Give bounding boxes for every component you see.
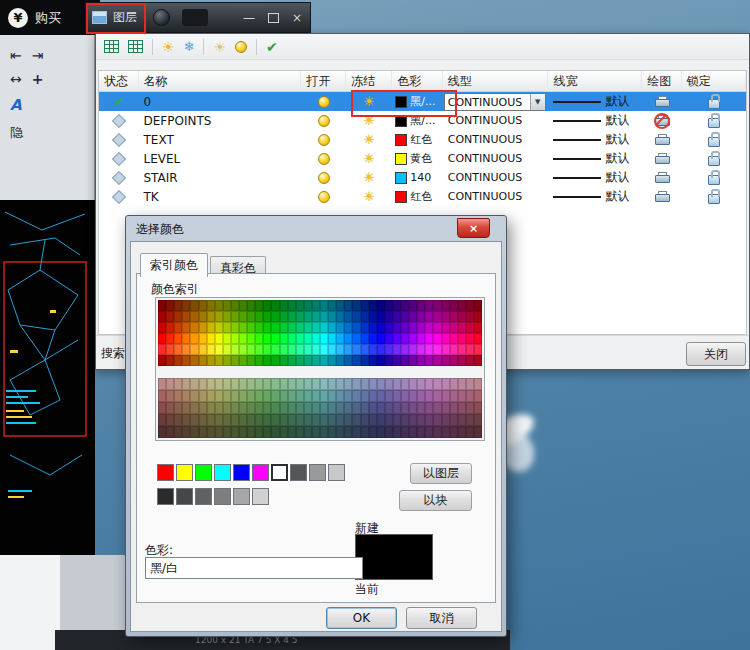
aci-color-cell[interactable] — [207, 355, 215, 366]
aci-color-cell[interactable] — [182, 344, 190, 355]
aci-color-cell[interactable] — [385, 390, 393, 402]
aci-color-cell[interactable] — [344, 355, 352, 366]
aci-color-cell[interactable] — [182, 390, 190, 402]
aci-color-cell[interactable] — [385, 378, 393, 390]
aci-color-cell[interactable] — [458, 333, 466, 344]
aci-color-cell[interactable] — [328, 333, 336, 344]
aci-color-cell[interactable] — [320, 333, 328, 344]
aci-color-cell[interactable] — [190, 414, 198, 426]
aci-color-cell[interactable] — [182, 355, 190, 366]
aci-color-cell[interactable] — [182, 426, 190, 438]
aci-color-cell[interactable] — [393, 344, 401, 355]
aci-color-cell[interactable] — [401, 344, 409, 355]
aci-color-cell[interactable] — [304, 300, 312, 311]
layer-color-cell[interactable]: 红色 — [392, 130, 442, 149]
aci-color-cell[interactable] — [352, 378, 360, 390]
aci-color-cell[interactable] — [425, 333, 433, 344]
aci-color-cell[interactable] — [450, 322, 458, 333]
stretch-icon[interactable]: ↔ — [10, 72, 22, 86]
aci-color-cell[interactable] — [474, 333, 482, 344]
aci-color-cell[interactable] — [247, 344, 255, 355]
aci-color-cell[interactable] — [393, 402, 401, 414]
aci-color-cell[interactable] — [336, 402, 344, 414]
aci-color-cell[interactable] — [215, 300, 223, 311]
aci-color-cell[interactable] — [263, 333, 271, 344]
layer-lock-cell[interactable] — [682, 187, 746, 206]
aci-color-cell[interactable] — [231, 322, 239, 333]
color-value-input[interactable] — [145, 557, 363, 579]
close-palette-button[interactable]: 关闭 — [686, 342, 746, 366]
aci-color-cell[interactable] — [474, 355, 482, 366]
layer-name-cell[interactable]: TEXT — [139, 130, 302, 149]
aci-color-cell[interactable] — [223, 333, 231, 344]
layer-lineweight-cell[interactable]: 默认 — [548, 111, 642, 130]
new-layer-icon[interactable] — [104, 40, 119, 53]
aci-color-cell[interactable] — [425, 426, 433, 438]
aci-color-cell[interactable] — [174, 344, 182, 355]
layer-on-cell[interactable] — [301, 149, 345, 168]
aci-color-cell[interactable] — [312, 426, 320, 438]
aci-color-cell[interactable] — [174, 322, 182, 333]
layer-plot-cell[interactable] — [642, 92, 682, 111]
layer-lock-cell[interactable] — [682, 149, 746, 168]
aci-color-cell[interactable] — [417, 402, 425, 414]
aci-color-cell[interactable] — [271, 402, 279, 414]
aci-color-cell[interactable] — [247, 402, 255, 414]
aci-color-cell[interactable] — [425, 390, 433, 402]
layer-plot-cell[interactable] — [642, 149, 682, 168]
aci-color-cell[interactable] — [312, 390, 320, 402]
aci-color-cell[interactable] — [474, 402, 482, 414]
aci-color-cell[interactable] — [393, 333, 401, 344]
column-header-status[interactable]: 状态 — [99, 71, 139, 91]
aci-color-cell[interactable] — [425, 311, 433, 322]
aci-color-cell[interactable] — [458, 390, 466, 402]
aci-color-cell[interactable] — [393, 378, 401, 390]
aci-color-cell[interactable] — [417, 311, 425, 322]
aci-color-cell[interactable] — [296, 414, 304, 426]
aci-color-cell[interactable] — [263, 378, 271, 390]
aci-color-cell[interactable] — [296, 390, 304, 402]
aci-color-cell[interactable] — [280, 414, 288, 426]
aci-color-cell[interactable] — [450, 402, 458, 414]
aci-color-cell[interactable] — [288, 402, 296, 414]
layer-on-cell[interactable] — [301, 187, 345, 206]
aci-color-cell[interactable] — [199, 333, 207, 344]
aci-color-cell[interactable] — [458, 378, 466, 390]
aci-color-cell[interactable] — [344, 390, 352, 402]
aci-color-cell[interactable] — [320, 311, 328, 322]
aci-color-cell[interactable] — [377, 414, 385, 426]
titlebar-extra-button[interactable] — [182, 9, 208, 26]
aci-color-cell[interactable] — [207, 322, 215, 333]
aci-color-cell[interactable] — [433, 390, 441, 402]
aci-color-cell[interactable] — [223, 390, 231, 402]
layer-on-cell[interactable] — [301, 130, 345, 149]
aci-color-cell[interactable] — [304, 311, 312, 322]
aci-color-cell[interactable] — [182, 322, 190, 333]
layer-window-titlebar[interactable]: 图层 — × — [85, 2, 311, 33]
aci-color-cell[interactable] — [320, 355, 328, 366]
aci-color-cell[interactable] — [425, 344, 433, 355]
aci-color-cell[interactable] — [296, 344, 304, 355]
plot-icon[interactable] — [655, 153, 670, 164]
aci-color-cell[interactable] — [401, 333, 409, 344]
aci-color-cell[interactable] — [328, 378, 336, 390]
aci-color-cell[interactable] — [158, 333, 166, 344]
aci-color-cell[interactable] — [182, 378, 190, 390]
byblock-button[interactable]: 以块 — [399, 490, 472, 511]
aci-color-cell[interactable] — [377, 322, 385, 333]
aci-color-cell[interactable] — [433, 402, 441, 414]
aci-color-cell[interactable] — [158, 300, 166, 311]
buy-label[interactable]: 购买 — [35, 9, 61, 27]
aci-color-cell[interactable] — [239, 355, 247, 366]
bulb-icon[interactable] — [235, 41, 247, 53]
aci-color-cell[interactable] — [433, 311, 441, 322]
aci-color-cell[interactable] — [352, 344, 360, 355]
aci-color-cell[interactable] — [207, 402, 215, 414]
layer-status-cell[interactable]: ✔ — [99, 92, 139, 111]
aci-color-cell[interactable] — [207, 333, 215, 344]
aci-color-cell[interactable] — [328, 344, 336, 355]
aci-color-cell[interactable] — [288, 300, 296, 311]
aci-color-cell[interactable] — [474, 300, 482, 311]
aci-color-cell[interactable] — [377, 344, 385, 355]
aci-color-cell[interactable] — [182, 333, 190, 344]
